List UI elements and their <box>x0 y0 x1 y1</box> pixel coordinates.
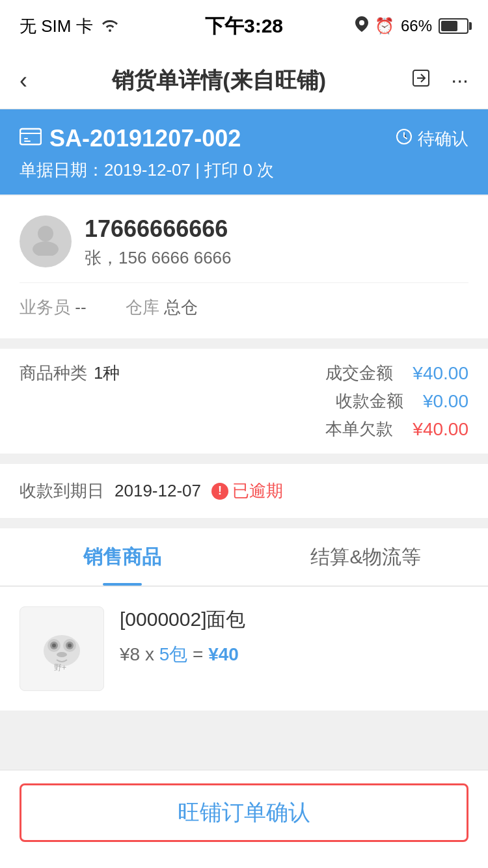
status-bar: 无 SIM 卡 下午3:28 ⏰ 66% <box>0 0 488 52</box>
product-name: [0000002]面包 <box>120 606 468 633</box>
battery-icon <box>439 18 468 34</box>
order-icon <box>20 125 42 152</box>
product-types: 商品种类 1种 <box>20 362 325 385</box>
amounts-section: 商品种类 1种 成交金额 ¥40.00 收款金额 ¥0.00 本单欠款 ¥40.… <box>0 349 488 454</box>
customer-section: 17666666666 张，156 6666 6666 业务员 -- 仓库 总仓 <box>0 196 488 338</box>
nav-bar: ‹ 销货单详情(来自旺铺) ··· <box>0 52 488 109</box>
product-thumbnail: 野+ <box>20 606 104 691</box>
avatar <box>20 215 72 267</box>
tab-sales-products[interactable]: 销售商品 <box>0 528 244 586</box>
order-id: SA-20191207-002 <box>20 125 241 152</box>
customer-name: 张，156 6666 6666 <box>85 247 468 269</box>
order-header: SA-20191207-002 待确认 单据日期：2019-12-07 | 打印… <box>0 109 488 195</box>
warehouse-meta: 仓库 总仓 <box>126 296 198 319</box>
status-carrier: 无 SIM 卡 <box>20 15 119 38</box>
svg-point-12 <box>57 652 67 657</box>
carrier-text: 无 SIM 卡 <box>20 15 93 38</box>
clock-icon <box>396 128 413 150</box>
tab-settlement[interactable]: 结算&物流等 <box>244 528 488 586</box>
page-title: 销货单详情(来自旺铺) <box>112 66 326 96</box>
deal-amount-row: 成交金额 ¥40.00 <box>325 362 468 385</box>
confirm-order-button[interactable]: 旺铺订单确认 <box>20 783 468 842</box>
order-status: 待确认 <box>396 128 468 150</box>
product-price-row: ¥8 x 5包 = ¥40 <box>120 642 468 667</box>
salesperson-meta: 业务员 -- <box>20 296 87 319</box>
status-time: 下午3:28 <box>205 13 283 40</box>
svg-text:野+: 野+ <box>54 663 66 671</box>
wifi-icon <box>101 16 119 36</box>
svg-point-4 <box>33 241 59 256</box>
share-icon[interactable] <box>411 68 431 94</box>
battery-percentage: 66% <box>401 17 432 35</box>
product-info: [0000002]面包 ¥8 x 5包 = ¥40 <box>120 606 468 667</box>
customer-meta: 业务员 -- 仓库 总仓 <box>20 296 468 319</box>
tabs-section: 销售商品 结算&物流等 <box>0 528 488 586</box>
more-icon[interactable]: ··· <box>451 68 468 92</box>
amount-details: 商品种类 1种 成交金额 ¥40.00 收款金额 ¥0.00 本单欠款 ¥40.… <box>20 362 468 441</box>
svg-point-3 <box>38 226 53 241</box>
received-amount-row: 收款金额 ¥0.00 <box>336 390 468 413</box>
customer-info: 17666666666 张，156 6666 6666 <box>20 215 468 283</box>
alarm-icon: ⏰ <box>375 17 394 35</box>
overdue-badge: ! 已逾期 <box>211 480 283 502</box>
amounts-right: 成交金额 ¥40.00 收款金额 ¥0.00 本单欠款 ¥40.00 <box>325 362 468 441</box>
avatar-icon <box>28 221 63 262</box>
svg-rect-1 <box>20 129 41 144</box>
nav-actions: ··· <box>411 68 468 94</box>
tab-indicator <box>103 583 142 586</box>
bottom-button-area: 旺铺订单确认 <box>0 770 488 868</box>
overdue-dot-icon: ! <box>211 483 228 500</box>
svg-point-11 <box>68 644 72 647</box>
product-section: 野+ [0000002]面包 ¥8 x 5包 = ¥40 <box>0 587 488 711</box>
customer-phone: 17666666666 <box>85 215 468 243</box>
back-button[interactable]: ‹ <box>20 67 27 94</box>
product-item: 野+ [0000002]面包 ¥8 x 5包 = ¥40 <box>20 606 468 691</box>
tabs-row: 销售商品 结算&物流等 <box>0 528 488 586</box>
status-right: ⏰ 66% <box>355 16 468 36</box>
order-date: 单据日期：2019-12-07 | 打印 0 次 <box>20 159 468 182</box>
due-date-section: 收款到期日 2019-12-07 ! 已逾期 <box>0 464 488 518</box>
customer-details: 17666666666 张，156 6666 6666 <box>85 215 468 269</box>
owed-amount-row: 本单欠款 ¥40.00 <box>325 418 468 441</box>
svg-point-10 <box>52 644 56 647</box>
location-icon <box>355 16 368 36</box>
